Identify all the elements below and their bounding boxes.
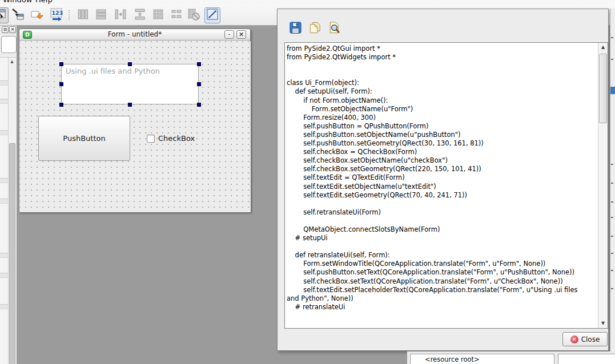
widget-category-fragment[interactable] <box>0 304 8 309</box>
toolbar-separator <box>69 10 70 21</box>
layout-form-icon <box>170 7 183 23</box>
layout-form-button[interactable] <box>168 7 184 23</box>
push-button-widget[interactable]: PushButton <box>38 116 130 161</box>
selection-handle-top-right[interactable] <box>197 62 201 66</box>
resource-preview-pane[interactable] <box>558 354 615 364</box>
property-row-fragment <box>611 37 613 38</box>
selection-handle-middle-right[interactable] <box>197 82 201 86</box>
code-scroll-thumb[interactable] <box>599 54 607 123</box>
property-row-fragment <box>611 217 613 218</box>
selection-handle-top-left[interactable] <box>59 62 63 66</box>
dialog-toolbar <box>288 22 341 37</box>
widget-box-list[interactable]: ▲ <box>0 57 16 364</box>
widget-category-fragment[interactable] <box>0 273 8 278</box>
widget-category-fragment[interactable] <box>0 130 8 135</box>
selection-handle-middle-left[interactable] <box>59 82 63 86</box>
selection-handle-bottom-left[interactable] <box>59 103 63 107</box>
form-title: Form - untitled* <box>19 30 250 38</box>
code-text[interactable]: from PySide2.QtGui import * from PySide2… <box>285 43 598 312</box>
text-edit-widget[interactable]: Using .ui files and Python <box>61 64 199 104</box>
property-row-fragment <box>611 183 613 184</box>
code-frame: from PySide2.QtGui import * from PySide2… <box>284 42 608 329</box>
layout-vertically-icon <box>94 7 108 23</box>
layout-grid-icon <box>151 7 165 23</box>
code-scrollbar[interactable]: ▲ ▼ <box>598 43 608 328</box>
selection-handle-top-center[interactable] <box>128 62 132 66</box>
widget-box-scroll-thumb[interactable] <box>9 143 15 364</box>
scroll-down-icon[interactable]: ▼ <box>598 319 608 328</box>
find-button[interactable] <box>327 22 341 36</box>
resource-tree[interactable]: <resource root> <box>410 354 554 364</box>
dock-float-button[interactable]: ⧉ <box>2 26 9 33</box>
property-row-fragment <box>611 164 613 165</box>
property-row-fragment <box>611 288 613 289</box>
layout-horizontally-icon <box>76 7 90 23</box>
property-row-fragment <box>611 270 613 271</box>
form-canvas[interactable]: Using .ui files and Python PushButton Ch… <box>20 41 251 212</box>
selection-handle-bottom-right[interactable] <box>197 103 201 107</box>
layout-grid-button[interactable] <box>150 7 166 23</box>
selection-handle-bottom-center[interactable] <box>128 103 132 107</box>
layout-horizontal-splitter-button[interactable] <box>112 7 128 23</box>
form-titlebar[interactable]: D Form - untitled* - ✕ <box>19 29 250 41</box>
layout-horizontal-splitter-icon <box>114 7 127 23</box>
close-button[interactable]: ✕ Close <box>562 332 608 346</box>
svg-text:123: 123 <box>52 10 63 16</box>
widget-category-fragment[interactable] <box>0 178 8 183</box>
widget-box-panel: ⧉ ✕ ▲ <box>0 26 17 364</box>
resource-browser-window: <resource root> <box>407 351 615 364</box>
layout-horizontally-button[interactable] <box>75 7 91 23</box>
edit-buddies-icon <box>30 7 44 23</box>
widget-category-fragment[interactable] <box>0 80 8 86</box>
property-row-fragment <box>611 253 613 254</box>
save-icon <box>289 21 302 37</box>
adjust-size-button[interactable] <box>204 7 220 23</box>
close-x-icon: ✕ <box>570 335 578 343</box>
code-preview-dialog: from PySide2.QtGui import * from PySide2… <box>277 9 609 351</box>
property-row-fragment <box>611 236 613 237</box>
edit-signals-slots-button[interactable] <box>10 7 26 23</box>
checkbox-indicator[interactable] <box>147 135 155 143</box>
layout-vertical-splitter-icon <box>133 7 147 23</box>
edit-widgets-icon <box>0 7 7 23</box>
menubar: Window Help <box>0 0 615 5</box>
selected-property-row-marker <box>610 87 615 94</box>
minimize-button[interactable]: - <box>224 30 234 39</box>
widget-category-fragment[interactable] <box>0 99 8 104</box>
close-window-button[interactable]: ✕ <box>236 30 246 39</box>
layout-vertical-splitter-button[interactable] <box>132 7 148 23</box>
edit-widgets-button[interactable] <box>0 7 9 23</box>
layout-vertically-button[interactable] <box>93 7 109 23</box>
scroll-up-icon[interactable]: ▲ <box>598 43 608 52</box>
qt-designer-screen: Window Help 123 <box>0 0 615 364</box>
copy-icon <box>308 21 321 37</box>
widget-category-fragment[interactable] <box>0 199 8 204</box>
edit-signals-slots-icon <box>11 7 25 23</box>
edit-tab-order-button[interactable]: 123 <box>49 7 65 23</box>
property-editor-sliver <box>610 9 615 364</box>
widget-category-fragment[interactable] <box>0 253 8 258</box>
property-row-fragment <box>611 59 613 60</box>
break-layout-icon <box>187 7 200 23</box>
widget-box-scrollbar[interactable]: ▲ <box>8 58 15 364</box>
break-layout-button[interactable] <box>186 7 202 23</box>
dock-close-button[interactable]: ✕ <box>9 26 16 33</box>
adjust-size-icon <box>206 7 219 23</box>
close-button-label: Close <box>581 335 600 343</box>
code-viewport[interactable]: from PySide2.QtGui import * from PySide2… <box>285 43 598 328</box>
scroll-up-icon[interactable]: ▲ <box>9 59 15 64</box>
property-row-fragment <box>611 201 613 203</box>
menu-window[interactable]: Window <box>3 0 32 4</box>
form-window: D Form - untitled* - ✕ Using .ui files a… <box>19 29 251 212</box>
edit-tab-order-icon: 123 <box>50 7 63 23</box>
menu-help[interactable]: Help <box>35 0 53 4</box>
checkbox-label: CheckBox <box>158 134 195 143</box>
check-box-widget[interactable]: CheckBox <box>147 127 204 150</box>
widget-filter-input[interactable] <box>1 36 17 53</box>
find-icon <box>328 21 341 37</box>
copy-button[interactable] <box>308 22 322 36</box>
save-button[interactable] <box>288 22 303 36</box>
edit-buddies-button[interactable] <box>29 7 45 23</box>
